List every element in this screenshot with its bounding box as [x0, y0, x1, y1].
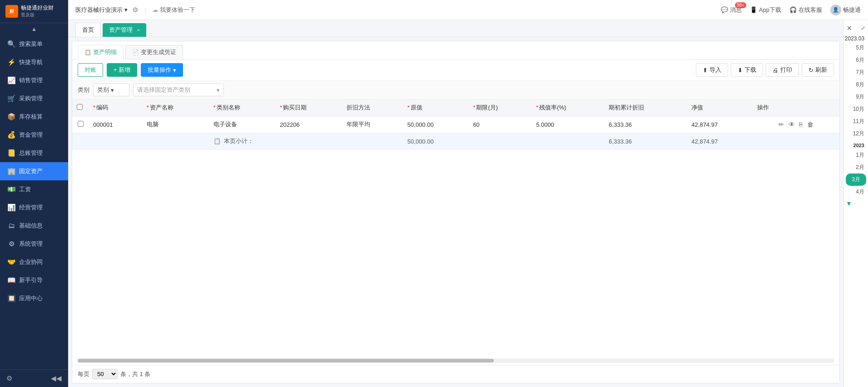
experience-btn[interactable]: ☁ 我要体验一下	[152, 6, 195, 14]
logo-icon: 财	[5, 5, 18, 18]
sidebar-item-purchase[interactable]: 🛒 采购管理	[0, 89, 68, 108]
refresh-button[interactable]: ↻ 刷新	[802, 63, 834, 77]
sidebar-item-label: 快捷导航	[19, 58, 43, 66]
delete-icon[interactable]: 🗑	[807, 121, 813, 128]
sidebar-item-inventory[interactable]: 📦 库存核算	[0, 108, 68, 126]
col-original-value: *原值	[403, 99, 469, 116]
sidebar-scroll-up-icon[interactable]: ▲	[31, 24, 37, 34]
import-icon: ⬆	[703, 67, 708, 74]
edit-icon[interactable]: ✏	[779, 121, 784, 128]
right-panel-expand-icon[interactable]: ⤢	[861, 25, 865, 31]
sub-tab-asset-detail-label: 资产明细	[93, 48, 117, 56]
download-icon: 📱	[750, 6, 757, 13]
company-dropdown-icon: ▾	[124, 6, 128, 13]
new-button[interactable]: + 新增	[107, 63, 137, 77]
scroll-down-icon[interactable]: ▼	[844, 198, 868, 209]
category-value-selector[interactable]: 请选择固定资产类别 ▾	[133, 84, 224, 96]
company-selector[interactable]: 医疗器械行业演示 ▾	[75, 6, 128, 14]
sidebar-item-basic-info[interactable]: 🗂 基础信息	[0, 217, 68, 235]
month-item[interactable]: 12月	[844, 128, 868, 140]
sidebar-item-search[interactable]: 🔍 搜索菜单	[0, 35, 68, 53]
sidebar: 财 畅捷通好业财 普及版 ▲ 🔍 搜索菜单⚡ 快捷导航📈 销售管理🛒 采购管理📦…	[0, 0, 68, 387]
sidebar-item-operations[interactable]: 📊 经营管理	[0, 198, 68, 217]
month-item[interactable]: 4月	[844, 186, 868, 198]
row-original-value: 50,000.00	[403, 116, 469, 133]
funds-icon: 💰	[7, 131, 15, 139]
app-download-btn[interactable]: 📱 App下载	[750, 6, 781, 14]
col-accumulated-depreciation: 期初累计折旧	[604, 99, 687, 116]
sidebar-item-fixed-assets[interactable]: 🏢 固定资产	[0, 162, 68, 180]
purchase-icon: 🛒	[7, 94, 15, 103]
settings-icon[interactable]: ⚙	[6, 374, 12, 382]
topbar-right: 💬 消息 99+ 📱 App下载 🎧 在线客服 👤 畅捷通	[721, 5, 861, 15]
sub-tab-asset-detail[interactable]: 📋 资产明细	[78, 45, 124, 60]
tab-home[interactable]: 首页	[75, 23, 101, 37]
online-service-btn[interactable]: 🎧 在线客服	[789, 6, 822, 14]
sidebar-item-label: 企业协同	[19, 258, 43, 266]
import-button[interactable]: ⬆ 导入	[696, 63, 728, 77]
sidebar-item-funds[interactable]: 💰 资金管理	[0, 126, 68, 144]
sidebar-item-quick-nav[interactable]: ⚡ 快捷导航	[0, 53, 68, 71]
month-item[interactable]: 8月	[844, 79, 868, 91]
month-item[interactable]: 3月	[846, 174, 866, 186]
month-item[interactable]: 5月	[844, 42, 868, 54]
row-checkbox[interactable]	[78, 121, 84, 127]
total-label: 条，共 1 条	[120, 370, 150, 378]
refresh-icon: ↻	[808, 67, 813, 74]
sidebar-item-sales[interactable]: 📈 销售管理	[0, 71, 68, 89]
sidebar-item-label: 总账管理	[19, 149, 43, 157]
month-item[interactable]: 9月	[844, 91, 868, 103]
gear-icon[interactable]: ⚙	[132, 6, 138, 14]
sidebar-item-app-center[interactable]: 🔲 应用中心	[0, 289, 68, 308]
sidebar-item-label: 固定资产	[19, 167, 43, 175]
sidebar-item-label: 采购管理	[19, 94, 43, 103]
subtotal-icon: 📋	[213, 138, 221, 144]
month-item[interactable]: 11月	[844, 115, 868, 128]
sidebar-item-label: 新手引导	[19, 276, 43, 284]
experience-label: 我要体验一下	[160, 6, 195, 14]
sidebar-item-enterprise[interactable]: 🤝 企业协同	[0, 253, 68, 271]
reconcile-label: 对账	[84, 66, 96, 74]
collapse-sidebar-icon[interactable]: ◀◀	[51, 374, 62, 382]
salary-icon: 💵	[7, 185, 15, 194]
inventory-icon: 📦	[7, 113, 15, 121]
category-type-selector[interactable]: 类别 ▾	[93, 84, 129, 96]
sub-tab-change-voucher-label: 变更生成凭证	[141, 48, 176, 56]
filter-row: 类别 类别 ▾ 请选择固定资产类别 ▾	[72, 81, 839, 99]
sub-tab-change-voucher[interactable]: 📄 变更生成凭证	[125, 45, 183, 59]
ledger-icon: 📒	[7, 149, 15, 157]
tab-home-label: 首页	[82, 26, 94, 33]
select-all-checkbox[interactable]	[77, 104, 83, 110]
sidebar-item-salary[interactable]: 💵 工资	[0, 180, 68, 198]
download-button[interactable]: ⬇ 下载	[731, 63, 763, 77]
print-button[interactable]: 🖨 打印	[766, 63, 799, 77]
sidebar-item-label: 销售管理	[19, 76, 43, 84]
col-purchase-date: *购买日期	[275, 99, 342, 116]
sidebar-item-guide[interactable]: 📖 新手引导	[0, 271, 68, 289]
view-icon[interactable]: 👁	[789, 121, 795, 128]
horizontal-scrollbar[interactable]	[78, 358, 834, 363]
tab-close-icon[interactable]: ×	[137, 27, 140, 33]
import-label: 导入	[709, 66, 721, 74]
sidebar-item-ledger[interactable]: 📒 总账管理	[0, 144, 68, 162]
tab-asset-mgmt[interactable]: 资产管理 ×	[103, 23, 146, 37]
subtotal-label: 本页小计：	[224, 138, 253, 144]
user-menu[interactable]: 👤 畅捷通	[830, 5, 861, 15]
batch-ops-dropdown-icon: ▾	[173, 67, 176, 74]
sidebar-item-system[interactable]: ⚙ 系统管理	[0, 235, 68, 253]
row-purchase-date: 202206	[275, 116, 342, 133]
copy-icon[interactable]: ⎘	[799, 121, 803, 128]
month-item[interactable]: 1月	[844, 149, 868, 161]
month-item[interactable]: 2月	[844, 161, 868, 174]
message-btn[interactable]: 💬 消息 99+	[721, 6, 742, 14]
month-item[interactable]: 6月	[844, 54, 868, 66]
right-panel-close-icon[interactable]: ✕	[847, 25, 852, 32]
reconcile-button[interactable]: 对账	[78, 63, 103, 77]
col-category: *类别名称	[209, 99, 276, 116]
pagination-bar: 每页 10 20 50 100 条，共 1 条	[72, 365, 839, 383]
month-item[interactable]: 10月	[844, 103, 868, 115]
batch-ops-button[interactable]: 批量操作 ▾	[141, 63, 183, 77]
app-download-label: App下载	[759, 6, 781, 14]
month-item[interactable]: 7月	[844, 66, 868, 79]
per-page-select[interactable]: 10 20 50 100	[92, 369, 118, 379]
